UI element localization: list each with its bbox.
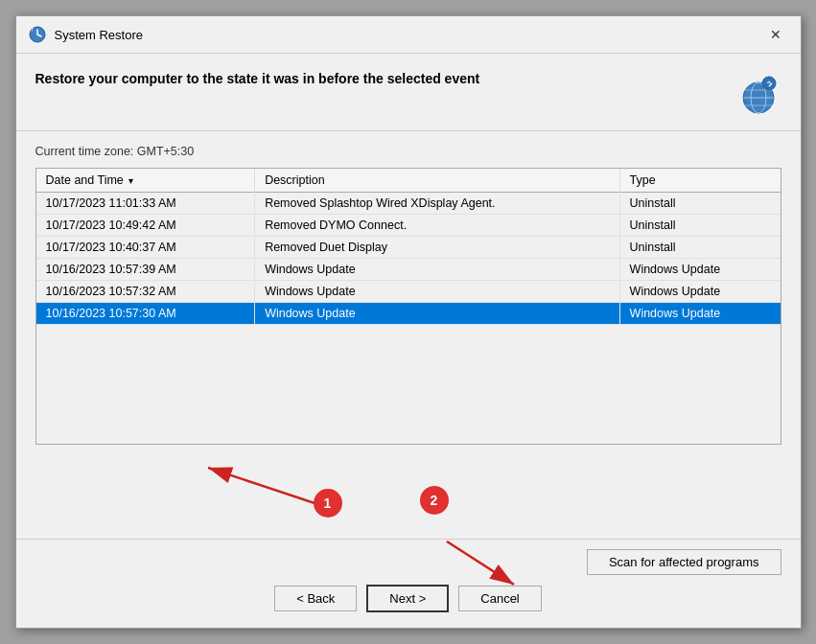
cell-type: Uninstall bbox=[619, 193, 780, 215]
table-row[interactable]: 10/17/2023 10:40:37 AMRemoved Duet Displ… bbox=[36, 237, 781, 259]
annotation-badge-1: 1 bbox=[314, 489, 342, 518]
cell-date: 10/16/2023 10:57:32 AM bbox=[36, 281, 255, 303]
window-title: System Restore bbox=[55, 28, 143, 42]
cell-description: Removed DYMO Connect. bbox=[255, 215, 619, 237]
cell-type: Windows Update bbox=[619, 259, 780, 281]
table-row[interactable]: 10/17/2023 10:49:42 AMRemoved DYMO Conne… bbox=[36, 215, 781, 237]
col-header-description[interactable]: Description bbox=[255, 169, 619, 193]
annotation-badge-2: 2 bbox=[420, 486, 449, 515]
cell-type: Uninstall bbox=[619, 237, 780, 259]
col-header-date[interactable]: Date and Time ▾ bbox=[36, 169, 255, 193]
cell-type: Windows Update bbox=[619, 281, 780, 303]
title-bar-left: System Restore bbox=[28, 25, 143, 44]
scan-programs-button[interactable]: Scan for affected programs bbox=[587, 549, 781, 575]
system-restore-window: System Restore ✕ Restore your computer t… bbox=[15, 15, 802, 629]
table-row[interactable]: 10/16/2023 10:57:32 AMWindows UpdateWind… bbox=[36, 281, 781, 303]
cell-date: 10/16/2023 10:57:30 AM bbox=[36, 303, 255, 325]
cell-date: 10/17/2023 10:40:37 AM bbox=[36, 237, 255, 259]
content-section: Current time zone: GMT+5:30 Date and Tim… bbox=[16, 131, 801, 539]
cell-type: Windows Update bbox=[619, 303, 780, 325]
footer-bottom: 2 < Back Next > Cancel bbox=[35, 585, 781, 612]
page-title: Restore your computer to the state it wa… bbox=[35, 71, 480, 86]
cell-date: 10/17/2023 11:01:33 AM bbox=[36, 193, 255, 215]
cell-description: Windows Update bbox=[255, 281, 619, 303]
table-row[interactable]: 10/16/2023 10:57:30 AMWindows UpdateWind… bbox=[36, 303, 781, 325]
header-icon bbox=[735, 71, 781, 117]
annotation-arrow-2 bbox=[399, 532, 552, 589]
timezone-label: Current time zone: GMT+5:30 bbox=[35, 145, 781, 158]
header-section: Restore your computer to the state it wa… bbox=[16, 54, 801, 131]
cell-description: Windows Update bbox=[255, 259, 619, 281]
cell-type: Uninstall bbox=[619, 215, 780, 237]
title-bar: System Restore ✕ bbox=[16, 16, 801, 54]
cell-date: 10/17/2023 10:49:42 AM bbox=[36, 215, 255, 237]
annotation-area-1: 1 bbox=[35, 448, 781, 525]
back-button[interactable]: < Back bbox=[274, 586, 357, 611]
table-row[interactable]: 10/16/2023 10:57:39 AMWindows UpdateWind… bbox=[36, 259, 781, 281]
cell-description: Removed Duet Display bbox=[255, 237, 619, 259]
restore-points-table: Date and Time ▾ Description Type 10/17/2… bbox=[35, 168, 781, 445]
table-header-row: Date and Time ▾ Description Type bbox=[36, 169, 781, 193]
cell-date: 10/16/2023 10:57:39 AM bbox=[36, 259, 255, 281]
system-restore-icon bbox=[28, 25, 47, 44]
table-row[interactable]: 10/17/2023 11:01:33 AMRemoved Splashtop … bbox=[36, 193, 781, 215]
close-button[interactable]: ✕ bbox=[762, 24, 789, 45]
col-header-type[interactable]: Type bbox=[619, 169, 780, 193]
cell-description: Removed Splashtop Wired XDisplay Agent. bbox=[255, 193, 619, 215]
cell-description: Windows Update bbox=[255, 303, 619, 325]
footer-section: Scan for affected programs 2 < Back bbox=[16, 539, 801, 628]
